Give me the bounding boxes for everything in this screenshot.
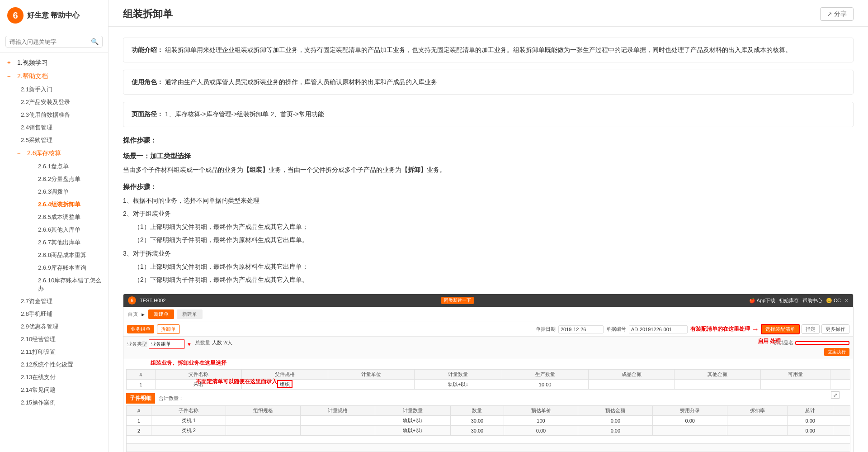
role-block: 使用角色： 通常由生产人员或库管人员完成拆装业务的操作，库管人员确认原材料的出库… [123,70,854,95]
td-num: 1 [127,380,156,390]
share-button[interactable]: ↗ 分享 [820,7,854,21]
th2-expense: 费用分录 [653,406,727,416]
mock-apply-input[interactable] [795,341,849,345]
th2-org-spec: 组织规格 [226,406,301,416]
page-title: 组装拆卸单 [123,7,173,21]
td2-org-spec-2 [226,426,301,436]
logo-text: 好生意 帮助中心 [27,11,80,20]
table-row: 1 类机 1 轨以+以↓ 30.00 100 0.00 0.00 0.00 [127,416,850,426]
step2-sub2: （2）下部明细为子件明细，最终作为原材料生成其它出库单。 [123,234,854,246]
docs-sub-nav: 2.1新手入门 2.2产品安装及登录 2.3使用前数据准备 2.4销售管理 2.… [0,83,108,409]
sidebar-item-video[interactable]: + 1.视频学习 [0,56,108,70]
th-qty: 计量数量 [414,370,502,380]
sidebar-item-2-11[interactable]: 2.11打印设置 [17,346,108,358]
sidebar-item-2-12[interactable]: 2.12系统个性化设置 [17,358,108,371]
path-block: 页面路径： 1、库存核算->库存管理->组装拆卸单 2、首页->常用功能 [123,102,854,127]
mock-test-id: TEST-H002 [140,298,165,303]
mock-biz-select[interactable]: 业务组单 [149,339,185,349]
mock-count-label: 总数量 [195,339,210,346]
th-prod-amt: 成品金额 [588,370,675,380]
mock-execute-btn[interactable]: 立案执行 [824,348,849,356]
scene1-desc: 当由多个子件材料组装成一个成品的业务为【组装】业务，当由一个父件拆分成多个子产品… [123,164,854,176]
th2-total: 总计 [788,406,833,416]
td2-total: 0.00 [788,416,833,426]
mock-date-value[interactable]: 2019-12-26 [558,325,604,333]
td2-ops [833,416,850,426]
td2-expense-2 [653,426,727,436]
assemble-annotation-text: 组装业务、拆卸业务在这里选择 [151,360,226,366]
sidebar-item-2-6-9[interactable]: 2.6.9库存账本查询 [34,262,108,274]
mock-expand-btn[interactable]: ⤢ [831,391,840,399]
th2-num: # [127,406,151,416]
sidebar-item-2-6-6[interactable]: 2.6.6其他入库单 [34,224,108,236]
mock-new-tab[interactable]: 新建单 [148,309,174,319]
sidebar-item-2-6-1[interactable]: 2.6.1盘点单 [34,160,108,173]
td2-qty: 30.00 [451,416,504,426]
td2-mea-qty-2: 轨以+以↓ [375,426,451,436]
sidebar-item-2-6-2[interactable]: 2.6.2分量盘点单 [34,173,108,186]
mock-right-field: 供供品名 立案执行 [774,339,849,356]
intro-block: 功能介绍： 组装拆卸单用来处理企业组装或拆卸等加工业务，支持有固定装配清单的产品… [123,38,854,62]
mock-more-btn[interactable]: 更多操作 [821,324,849,334]
sidebar-item-2-15[interactable]: 2.15操作案例 [17,396,108,409]
th2-est-price: 预估单价 [504,406,578,416]
mock-toolbar-assemble[interactable]: 业务组单 [127,325,154,333]
sidebar-item-2-3[interactable]: 2.3使用前数据准备 [17,109,108,121]
th-unit: 计量单位 [328,370,414,380]
mock-select-list-btn[interactable]: 选择装配清单 [761,324,800,334]
td2-num-2: 2 [127,426,151,436]
mock-new-tab2[interactable]: 新建单 [177,309,203,319]
sidebar-item-docs[interactable]: − 2.帮助文档 [0,70,108,83]
step2-sub1: （1）上部明细为父件明细，最终作为产成品生成其它入库单； [123,221,854,233]
td-avail [761,380,830,390]
sidebar-item-2-6-7[interactable]: 2.6.7其他出库单 [34,236,108,249]
inventory-sub-nav: 2.6.1盘点单 2.6.2分量盘点单 2.6.3调拨单 2.6.4组装拆卸单 … [17,160,108,295]
td2-num: 1 [127,416,151,426]
highlight-spec: 组织 [277,380,292,388]
sidebar-item-2-5[interactable]: 2.5采购管理 [17,134,108,147]
sidebar-item-2-4[interactable]: 2.4销售管理 [17,121,108,134]
sidebar-item-2-14[interactable]: 2.14常见问题 [17,384,108,396]
sidebar-item-2-6[interactable]: − 2.6库存核算 [17,147,108,160]
sidebar-item-2-10[interactable]: 2.10经营管理 [17,333,108,346]
table-row [127,436,850,444]
step3-sub1: （1）上部明细为父件明细，最终作为原材料生成其它出库单； [123,261,854,272]
search-box[interactable]: 🔍 [5,36,103,48]
sidebar-item-2-9[interactable]: 2.9优惠券管理 [17,320,108,333]
sidebar-item-2-13[interactable]: 2.13在线支付 [17,371,108,384]
sidebar-item-2-8[interactable]: 2.8手机旺铺 [17,308,108,320]
mock-new-btn[interactable]: 同类新建一下 [441,297,474,304]
sidebar-item-2-6-3[interactable]: 2.6.3调拨单 [34,186,108,198]
th2-child-name: 子件名称 [151,406,226,416]
sidebar-item-2-6-4[interactable]: 2.6.4组装拆卸单 [34,198,108,211]
sidebar-item-2-2[interactable]: 2.2产品安装及登录 [17,96,108,109]
mock-nav-home[interactable]: 自页 [128,311,138,318]
sidebar-item-2-6-10[interactable]: 2.6.10库存账本错了怎么办 [34,274,108,295]
mock-lower-header: 子件明细 合计数量： ⤢ 不固定清单可以随便在这里面录入 [123,391,853,405]
mock-biz-type-field: 业务类型 业务组单 ▼ [127,339,192,349]
mock-date-label: 单据日期 [536,326,556,333]
sidebar-item-2-1[interactable]: 2.1新手入门 [17,83,108,96]
td2-mea-qty: 轨以+以↓ [375,416,451,426]
sidebar-item-2-6-8[interactable]: 2.6.8商品成本重算 [34,249,108,262]
mock-titlebar: 6 TEST-H002 同类新建一下 🍎 App下载 初始库存 帮助中心 😊 C… [123,294,853,307]
annotation-lower-table: 不固定清单可以随便在这里面录入 [196,378,277,385]
td-qty: 轨以+以↓ [414,380,502,390]
td2-total-2: 0.00 [788,426,833,436]
arrow-down-icon: ▼ [187,342,192,347]
search-icon[interactable]: 🔍 [91,38,99,45]
mock-close-icon[interactable]: ✕ [844,298,849,304]
mock-nav-new[interactable]: ► [141,312,146,317]
sidebar-item-2-7[interactable]: 2.7资金管理 [17,295,108,308]
mock-logo: 6 [128,296,136,305]
process-annotation-text: 启用 处理 [758,338,781,344]
mock-toolbar-disassemble[interactable]: 拆卸单 [157,324,180,334]
sidebar-item-2-6-5[interactable]: 2.6.5成本调整单 [34,211,108,224]
role-text: 通常由生产人员或库管人员完成拆装业务的操作，库管人员确认原材料的出库和产成品的入… [165,78,437,86]
search-input[interactable] [9,38,91,45]
plus-icon: + [7,59,14,67]
sidebar: 6 好生意 帮助中心 🔍 + 1.视频学习 − 2.帮助文档 2.1新手入门 2… [0,0,108,452]
mock-designate-btn[interactable]: 指定 [802,324,820,334]
td2-child-name-2: 类机 2 [151,426,226,436]
mock-order-value[interactable]: AD-20191226-001 [629,325,688,333]
